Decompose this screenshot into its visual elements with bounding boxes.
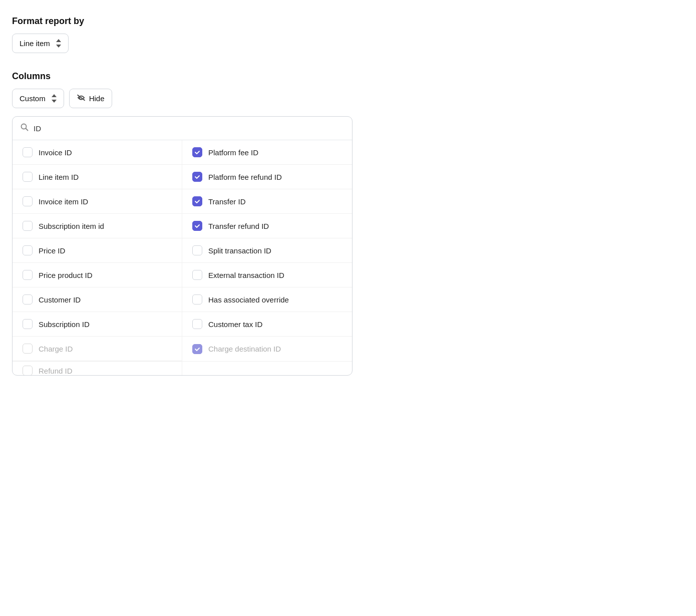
label-customer-id: Customer ID (39, 295, 81, 304)
checkbox-row-transfer-refund-id[interactable]: Transfer refund ID (182, 214, 352, 238)
checkbox-line-item-id[interactable] (23, 172, 33, 182)
search-icon (21, 123, 29, 133)
label-charge-destination-id: Charge destination ID (208, 345, 281, 353)
checkbox-platform-fee-refund-id[interactable] (192, 172, 202, 182)
columns-custom-select[interactable]: Custom (12, 89, 64, 108)
columns-section: Columns Custom Hide (12, 71, 684, 376)
label-transfer-id: Transfer ID (208, 197, 245, 206)
checkbox-subscription-id[interactable] (23, 319, 33, 329)
checkbox-customer-tax-id[interactable] (192, 319, 202, 329)
checkbox-has-associated-override[interactable] (192, 294, 202, 304)
eye-slash-icon (77, 94, 86, 103)
columns-panel: Invoice ID Platform fee ID Line item ID … (12, 116, 353, 376)
checkbox-row-customer-tax-id[interactable]: Customer tax ID (182, 312, 352, 337)
format-report-chevrons (56, 38, 61, 49)
label-customer-tax-id: Customer tax ID (208, 320, 262, 329)
checkbox-refund-id[interactable] (23, 366, 33, 375)
columns-label: Columns (12, 71, 684, 82)
columns-controls: Custom Hide (12, 89, 684, 108)
format-report-value: Line item (20, 39, 50, 48)
label-transfer-refund-id: Transfer refund ID (208, 222, 269, 230)
columns-custom-value: Custom (20, 94, 46, 103)
checkbox-row-invoice-item-id[interactable]: Invoice item ID (13, 189, 182, 214)
checkbox-row-external-transaction-id[interactable]: External transaction ID (182, 263, 352, 287)
checkbox-row-has-associated-override[interactable]: Has associated override (182, 287, 352, 312)
label-invoice-item-id: Invoice item ID (39, 197, 88, 206)
checkbox-price-id[interactable] (23, 245, 33, 255)
hide-button[interactable]: Hide (69, 89, 112, 108)
search-bar (13, 117, 352, 140)
checkbox-transfer-refund-id[interactable] (192, 221, 202, 231)
checkbox-split-transaction-id[interactable] (192, 245, 202, 255)
checkbox-invoice-id[interactable] (23, 147, 33, 157)
columns-custom-chevrons (52, 93, 57, 104)
checkbox-customer-id[interactable] (23, 294, 33, 304)
label-invoice-id: Invoice ID (39, 148, 72, 157)
partial-cell-refund-id[interactable]: Refund ID (13, 361, 182, 375)
search-input[interactable] (34, 124, 344, 133)
checkbox-charge-destination-id[interactable] (192, 344, 202, 354)
checkbox-charge-id[interactable] (23, 344, 33, 354)
label-split-transaction-id: Split transaction ID (208, 246, 271, 255)
label-subscription-id: Subscription ID (39, 320, 90, 329)
checkbox-external-transaction-id[interactable] (192, 270, 202, 280)
checkbox-row-transfer-id[interactable]: Transfer ID (182, 189, 352, 214)
checkbox-grid: Invoice ID Platform fee ID Line item ID … (13, 140, 352, 361)
checkbox-row-charge-destination-id[interactable]: Charge destination ID (182, 337, 352, 361)
checkbox-row-price-product-id[interactable]: Price product ID (13, 263, 182, 287)
label-external-transaction-id: External transaction ID (208, 271, 284, 279)
partial-bottom-row: Refund ID (13, 361, 352, 375)
checkbox-subscription-item-id[interactable] (23, 221, 33, 231)
checkbox-row-split-transaction-id[interactable]: Split transaction ID (182, 238, 352, 263)
format-report-select[interactable]: Line item (12, 34, 69, 53)
label-platform-fee-refund-id: Platform fee refund ID (208, 173, 282, 181)
checkbox-row-subscription-item-id[interactable]: Subscription item id (13, 214, 182, 238)
label-line-item-id: Line item ID (39, 173, 79, 181)
checkbox-row-platform-fee-id[interactable]: Platform fee ID (182, 140, 352, 165)
label-refund-id: Refund ID (39, 367, 73, 375)
label-price-product-id: Price product ID (39, 271, 93, 279)
checkbox-invoice-item-id[interactable] (23, 196, 33, 206)
checkbox-row-price-id[interactable]: Price ID (13, 238, 182, 263)
label-subscription-item-id: Subscription item id (39, 222, 104, 230)
format-report-label: Format report by (12, 16, 684, 27)
checkbox-platform-fee-id[interactable] (192, 147, 202, 157)
checkbox-row-invoice-id[interactable]: Invoice ID (13, 140, 182, 165)
format-report-section: Format report by Line item (12, 16, 684, 53)
svg-line-1 (26, 129, 28, 131)
label-has-associated-override: Has associated override (208, 295, 289, 304)
checkbox-row-platform-fee-refund-id[interactable]: Platform fee refund ID (182, 165, 352, 189)
checkbox-price-product-id[interactable] (23, 270, 33, 280)
label-platform-fee-id: Platform fee ID (208, 148, 258, 157)
checkbox-row-charge-id[interactable]: Charge ID (13, 337, 182, 361)
hide-button-label: Hide (89, 94, 105, 103)
checkbox-row-line-item-id[interactable]: Line item ID (13, 165, 182, 189)
label-price-id: Price ID (39, 246, 65, 255)
checkbox-row-subscription-id[interactable]: Subscription ID (13, 312, 182, 337)
checkbox-transfer-id[interactable] (192, 196, 202, 206)
partial-cell-right (182, 361, 352, 375)
checkbox-row-customer-id[interactable]: Customer ID (13, 287, 182, 312)
label-charge-id: Charge ID (39, 345, 73, 353)
